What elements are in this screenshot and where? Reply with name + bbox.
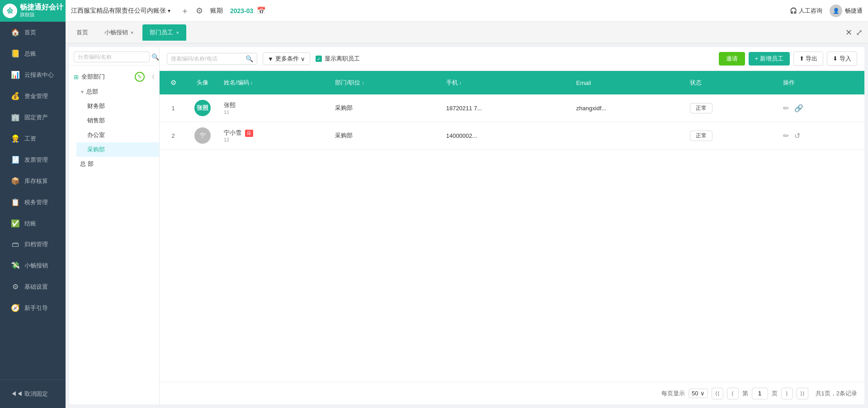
invite-button[interactable]: 邀请 (719, 52, 745, 66)
company-dropdown[interactable]: ▾ (168, 8, 170, 14)
tab-department-close[interactable]: × (176, 30, 179, 35)
col-dept-header[interactable]: 部门/职位 (330, 71, 440, 94)
sidebar-item-close[interactable]: ✅ 结账 (0, 213, 66, 234)
dept-search-area: 🔍 (69, 47, 159, 66)
sidebar-item-settings[interactable]: ⚙ 基础设置 (0, 276, 66, 297)
sidebar-item-salary[interactable]: 👷 工资 (0, 128, 66, 149)
settings-icon-btn[interactable]: ⚙ (192, 4, 207, 18)
sidebar-item-inventory[interactable]: 📦 库存核算 (0, 170, 66, 192)
guide-icon: 🧭 (11, 304, 20, 312)
row2-edit-icon[interactable]: ✏ (783, 131, 789, 140)
tab-home[interactable]: 首页 (69, 24, 95, 41)
column-settings-icon[interactable]: ⚙ (167, 76, 179, 89)
sidebar-item-home[interactable]: 🏠 首页 (0, 22, 66, 43)
col-action-header: 操作 (778, 71, 864, 94)
row2-dept-cell: 采购部 (330, 122, 440, 150)
row1-link-icon[interactable]: 🔗 (794, 104, 803, 113)
app-name: 畅捷通好会计 (20, 3, 63, 11)
page-input[interactable] (752, 388, 768, 399)
top-header: 会 畅捷通好会计 旗舰版 江西服宝精品有限责任公司内账张 ▾ ＋ ⚙ 账期 20… (0, 0, 868, 22)
inventory-icon: 📦 (11, 177, 20, 185)
import-button[interactable]: ⬇ 导入 (827, 52, 857, 66)
dept-item-zongbu2[interactable]: 总 部 (69, 157, 159, 171)
dept-search-icon[interactable]: 🔍 (151, 53, 159, 61)
sidebar-item-archive[interactable]: 🗃 归档管理 (0, 234, 66, 255)
sidebar-item-assets[interactable]: 🏢 固定资产 (0, 107, 66, 128)
tab-department[interactable]: 部门员工 × (142, 24, 186, 41)
col-name-header[interactable]: 姓名/编码 (218, 71, 330, 94)
tab-expand-btn[interactable]: ⤢ (856, 28, 863, 38)
dept-item-zongbu[interactable]: ▼ 总部 (69, 84, 159, 99)
search-icon[interactable]: 🔍 (245, 55, 253, 62)
dept-grid-icon: ⊞ (74, 74, 79, 80)
sidebar-item-expense[interactable]: 💸 小畅报销 (0, 255, 66, 276)
account-period-value[interactable]: 2023-03 (230, 7, 253, 14)
dept-edit-btn[interactable]: ✎ (135, 72, 145, 82)
sidebar-item-ledger[interactable]: 📒 总账 (0, 43, 66, 64)
dept-collapse-btn[interactable]: 《 (149, 73, 155, 81)
col-avatar-header: 头像 (187, 71, 218, 94)
dept-all-header[interactable]: ⊞ 全部部门 ✎ 《 (69, 69, 159, 84)
row2-name-cell: 宁小雪 应 12 (218, 122, 330, 150)
page-content: 🔍 ⊞ 全部部门 ✎ 《 ▼ 总部 财务部 (69, 47, 864, 404)
next-page-btn[interactable]: ⟩ (781, 388, 793, 399)
user-area[interactable]: 👤 畅捷通 (830, 5, 863, 17)
dept-item-caiwu[interactable]: 财务部 (76, 99, 159, 113)
first-page-btn[interactable]: ⟨⟨ (712, 388, 723, 399)
page-label: 第 (742, 389, 748, 398)
tab-expense-close[interactable]: × (131, 30, 133, 35)
row1-action-cell: ✏ 🔗 (778, 94, 864, 122)
dept-item-xiaoshou[interactable]: 销售部 (76, 113, 159, 128)
settings-icon: ⚙ (11, 282, 20, 291)
more-filter-btn[interactable]: ▼ 更多条件 ∨ (263, 52, 310, 65)
tab-expense[interactable]: 小畅报销 × (97, 24, 141, 41)
row1-email-cell: zhangxidf... (571, 94, 685, 122)
main-layout: 🏠 首页 📒 总账 📊 云报表中心 💰 资金管理 🏢 固定资产 👷 工资 🧾 发… (0, 22, 868, 408)
row2-refresh-icon[interactable]: ↺ (794, 131, 800, 140)
sidebar-item-reports[interactable]: 📊 云报表中心 (0, 64, 66, 85)
sidebar-inventory-label: 库存核算 (24, 177, 48, 185)
per-page-select[interactable]: 50 ∨ (689, 389, 708, 398)
tab-bar: 首页 小畅报销 × 部门员工 × ✕ ⤢ (66, 22, 868, 43)
export-button[interactable]: ⬆ 导出 (793, 52, 824, 66)
sidebar-archive-label: 归档管理 (24, 240, 48, 249)
add-employee-button[interactable]: + 新增员工 (749, 52, 790, 66)
prev-page-btn[interactable]: ⟨ (727, 388, 739, 399)
headphone-icon: 🎧 (790, 7, 797, 14)
employee-table-body: 1 张照 张熙 11 采购部 (160, 94, 864, 150)
sidebar-expense-label: 小畅报销 (24, 262, 48, 270)
dept-item-caigou[interactable]: 采购部 (76, 142, 159, 157)
dept-search-input[interactable] (74, 52, 150, 62)
sidebar-item-finance[interactable]: 💰 资金管理 (0, 85, 66, 107)
calendar-icon[interactable]: 📅 (257, 6, 266, 15)
show-resigned-toggle[interactable]: ✓ 显示离职员工 (316, 55, 360, 63)
col-mobile-header[interactable]: 手机 (441, 71, 571, 94)
row1-mobile-cell: 18720211 7... (441, 94, 571, 122)
employee-search-input[interactable] (171, 56, 244, 62)
row1-edit-icon[interactable]: ✏ (783, 104, 789, 113)
row2-action-cell: ✏ ↺ (778, 122, 864, 150)
sidebar: 🏠 首页 📒 总账 📊 云报表中心 💰 资金管理 🏢 固定资产 👷 工资 🧾 发… (0, 22, 66, 408)
sidebar-item-tax[interactable]: 📋 税务管理 (0, 192, 66, 213)
last-page-btn[interactable]: ⟩⟩ (797, 388, 808, 399)
unpin-button[interactable]: ◀◀ 取消固定 (0, 385, 66, 403)
row2-dept: 采购部 (335, 132, 353, 139)
expense-icon: 💸 (11, 261, 20, 270)
show-resigned-checkbox[interactable]: ✓ (316, 56, 322, 62)
dept-panel: 🔍 ⊞ 全部部门 ✎ 《 ▼ 总部 财务部 (69, 47, 160, 404)
sidebar-item-invoice[interactable]: 🧾 发票管理 (0, 149, 66, 170)
sidebar-item-guide[interactable]: 🧭 新手引导 (0, 297, 66, 319)
finance-icon: 💰 (11, 92, 20, 100)
sidebar-guide-label: 新手引导 (24, 304, 48, 312)
row1-dept: 采购部 (335, 104, 353, 111)
add-icon-btn[interactable]: ＋ (178, 4, 192, 18)
employee-panel: 🔍 ▼ 更多条件 ∨ ✓ 显示离职员工 邀请 + 新增员工 ⬆ 导出 (160, 47, 864, 404)
service-button[interactable]: 🎧 人工咨询 (790, 7, 822, 15)
row1-name-cell: 张熙 11 (218, 94, 330, 122)
tab-close-btn[interactable]: ✕ (845, 28, 852, 38)
archive-icon: 🗃 (11, 240, 20, 249)
close-accounts-icon: ✅ (11, 219, 20, 228)
dept-item-bangong[interactable]: 办公室 (76, 128, 159, 142)
account-period-label: 账期 (210, 7, 223, 15)
sidebar-reports-label: 云报表中心 (24, 71, 54, 79)
